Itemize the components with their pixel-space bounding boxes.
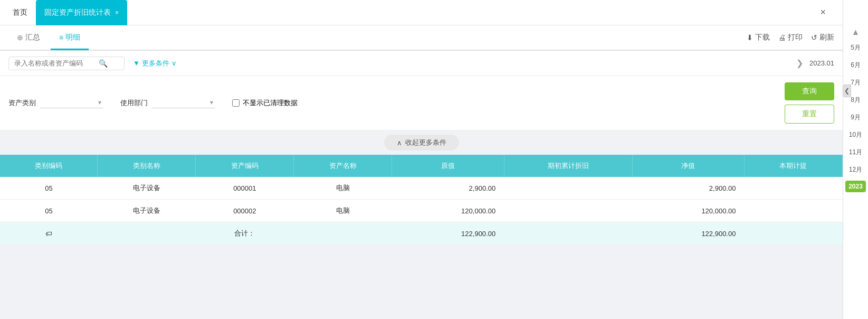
sidebar-month-11[interactable]: 11月 [843,144,868,161]
print-icon: 🖨 [778,33,786,42]
summary-icon: ⊕ [17,33,23,42]
cell-net-value: 2,900.00 [632,177,744,200]
refresh-label: 刷新 [819,33,834,42]
data-table-wrap: 类别编码 类别名称 资产编码 资产名称 原值 期初累计折旧 净值 本期计提 05 [0,155,843,245]
total-accumulated-depreciation [504,222,632,245]
filter-icon: ▼ [133,59,140,67]
download-button[interactable]: ⬇ 下载 [747,33,770,42]
cell-accumulated-depreciation [504,200,632,222]
refresh-button[interactable]: ↺ 刷新 [811,33,834,42]
date-label: 2023.01 [809,59,834,67]
cell-original-value: 120,000.00 [392,200,504,222]
chevron-up-icon: ∧ [397,139,402,147]
tab-label: 固定资产折旧统计表 [44,8,111,17]
expand-sidebar-button[interactable]: ❯ [794,56,805,70]
tab-detail[interactable]: ≡ 明细 [51,26,89,50]
cell-current-period [744,177,842,200]
cell-category-name: 电子设备 [98,200,196,222]
total-icon: 🏷 [0,222,98,245]
refresh-icon: ↺ [811,33,817,42]
tab-summary[interactable]: ⊕ 汇总 [8,26,49,50]
sidebar-month-6[interactable]: 6月 [843,57,868,74]
active-tab[interactable]: 固定资产折旧统计表 × [36,0,127,25]
col-accumulated-depreciation: 期初累计折旧 [504,155,632,177]
search-input[interactable] [14,59,99,67]
collapse-label: 收起更多条件 [405,138,446,147]
sidebar-year-badge[interactable]: 2023 [845,181,866,192]
download-label: 下载 [755,33,770,42]
print-label: 打印 [788,33,803,42]
col-current-period: 本期计提 [744,155,842,177]
query-button[interactable]: 查询 [785,82,834,100]
sidebar-month-5[interactable]: 5月 [843,39,868,57]
sidebar-month-10[interactable]: 10月 [843,126,868,144]
table-total-row: 🏷 合计： 122,900.00 122,900.00 [0,222,843,245]
department-select[interactable] [152,98,215,108]
department-filter: 使用部门 [120,98,215,108]
col-asset-name: 资产名称 [294,155,392,177]
print-button[interactable]: 🖨 打印 [778,33,803,42]
close-window-button[interactable]: × [812,7,834,18]
reset-button[interactable]: 重置 [785,105,834,124]
collapse-button[interactable]: ∧ 收起更多条件 [384,135,459,151]
sidebar-month-9[interactable]: 9月 [843,109,868,126]
hide-cleaned-label: 不显示已清理数据 [243,98,298,108]
cell-original-value: 2,900.00 [392,177,504,200]
col-category-code: 类别编码 [0,155,98,177]
total-label: 合计： [98,222,392,245]
tab-detail-label: 明细 [65,33,80,42]
more-conditions-label: 更多条件 [142,59,169,68]
sidebar-scroll-up[interactable]: ▲ [850,25,862,39]
asset-type-filter: 资产类别 [8,98,103,108]
cell-asset-code: 000001 [196,177,294,200]
detail-icon: ≡ [59,33,63,42]
table-row: 05 电子设备 000002 电脑 120,000.00 120,000.00 [0,200,843,222]
sidebar-month-12[interactable]: 12月 [843,161,868,179]
cell-category-code: 05 [0,177,98,200]
more-conditions-button[interactable]: ▼ 更多条件 ∨ [133,59,177,68]
right-sidebar: ❮ ▲ 5月 6月 7月 8月 9月 10月 11月 12月 2023 [843,0,868,319]
total-net-value: 122,900.00 [632,222,744,245]
total-original-value: 122,900.00 [392,222,504,245]
asset-type-label: 资产类别 [8,98,36,108]
collapse-bar: ∧ 收起更多条件 [0,130,843,155]
search-input-wrap[interactable]: 🔍 [8,57,125,70]
filter-buttons: 查询 重置 [785,82,834,124]
search-icon: 🔍 [99,59,108,68]
col-asset-code: 资产编码 [196,155,294,177]
cell-asset-name: 电脑 [294,177,392,200]
table-header-row: 类别编码 类别名称 资产编码 资产名称 原值 期初累计折旧 净值 本期计提 [0,155,843,177]
download-icon: ⬇ [747,33,753,42]
cell-accumulated-depreciation [504,177,632,200]
chevron-down-icon: ∨ [171,59,177,67]
close-tab-icon[interactable]: × [115,9,119,16]
col-net-value: 净值 [632,155,744,177]
table-row: 05 电子设备 000001 电脑 2,900.00 2,900.00 [0,177,843,200]
col-original-value: 原值 [392,155,504,177]
search-bar: 🔍 ▼ 更多条件 ∨ ❯ 2023.01 [0,51,843,76]
top-nav: 首页 固定资产折旧统计表 × × [0,0,843,25]
cell-asset-code: 000002 [196,200,294,222]
asset-type-select[interactable] [40,98,103,108]
hide-cleaned-checkbox[interactable] [232,99,240,107]
sidebar-expand-button[interactable]: ❮ [843,85,851,97]
cell-current-period [744,200,842,222]
cell-asset-name: 电脑 [294,200,392,222]
department-label: 使用部门 [120,98,148,108]
total-current-period [744,222,842,245]
filter-area: 资产类别 使用部门 不显示已清理数据 [0,76,843,130]
cell-category-name: 电子设备 [98,177,196,200]
hide-cleaned-group: 不显示已清理数据 [232,98,298,108]
nav-home[interactable]: 首页 [8,8,32,17]
col-category-name: 类别名称 [98,155,196,177]
sub-tab-bar: ⊕ 汇总 ≡ 明细 ⬇ 下载 🖨 打印 ↺ 刷 [0,25,843,51]
cell-net-value: 120,000.00 [632,200,744,222]
tab-summary-label: 汇总 [25,33,40,42]
cell-category-code: 05 [0,200,98,222]
data-table: 类别编码 类别名称 资产编码 资产名称 原值 期初累计折旧 净值 本期计提 05 [0,155,843,245]
